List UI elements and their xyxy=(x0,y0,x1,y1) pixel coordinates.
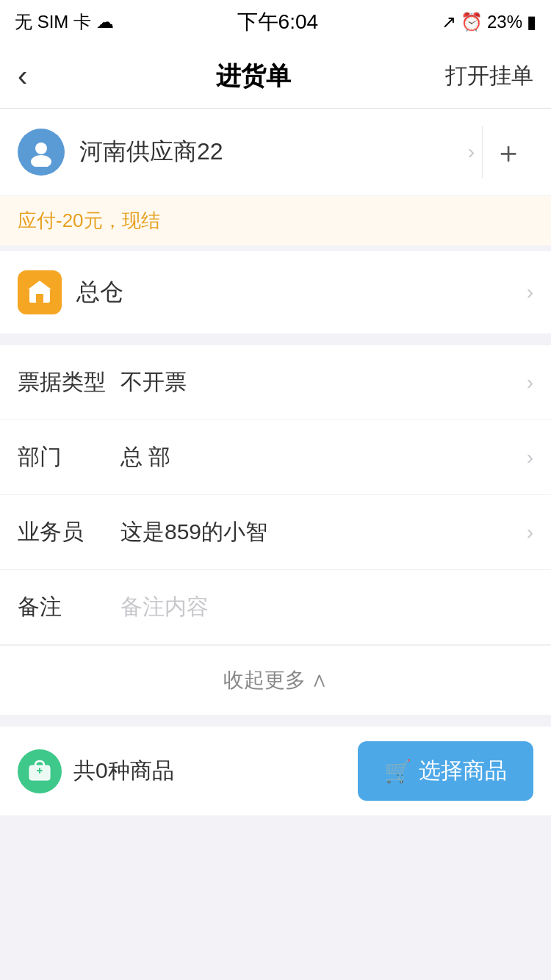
bottom-bar: 共0种商品 🛒 选择商品 xyxy=(0,727,551,815)
invoice-type-value: 不开票 xyxy=(120,367,519,397)
form-section: 票据类型 不开票 › 部门 总 部 › 业务员 这是859的小智 › 备注 备注… xyxy=(0,345,551,715)
department-value: 总 部 xyxy=(120,442,519,472)
svg-marker-3 xyxy=(28,281,51,289)
warehouse-chevron-icon: › xyxy=(527,281,533,304)
status-time: 下午6:04 xyxy=(237,8,319,36)
status-right: ↗ ⏰ 23% ▮ xyxy=(442,12,536,32)
product-icon xyxy=(18,749,62,793)
department-chevron-icon: › xyxy=(527,446,533,469)
department-label: 部门 xyxy=(18,442,120,472)
supplier-section: 河南供应商22 › ＋ 应付-20元，现结 xyxy=(0,109,551,245)
salesperson-label: 业务员 xyxy=(18,517,120,547)
select-product-label: 选择商品 xyxy=(419,756,507,786)
department-row[interactable]: 部门 总 部 › xyxy=(0,420,551,495)
svg-point-0 xyxy=(35,143,47,154)
status-left: 无 SIM 卡 ☁ xyxy=(15,10,114,34)
salesperson-row[interactable]: 业务员 这是859的小智 › xyxy=(0,495,551,570)
warehouse-row[interactable]: 总仓 › xyxy=(0,245,551,334)
supplier-avatar xyxy=(18,129,65,176)
remark-row[interactable]: 备注 备注内容 xyxy=(0,570,551,645)
invoice-type-chevron-icon: › xyxy=(527,371,533,394)
select-product-button[interactable]: 🛒 选择商品 xyxy=(358,741,533,801)
svg-rect-4 xyxy=(36,294,43,303)
sim-signal: 无 SIM 卡 ☁ xyxy=(15,10,114,34)
warehouse-name: 总仓 xyxy=(76,276,519,309)
supplier-chevron-icon: › xyxy=(468,140,475,164)
supplier-name: 河南供应商22 xyxy=(79,136,461,168)
invoice-type-label: 票据类型 xyxy=(18,367,120,397)
svg-point-1 xyxy=(31,155,51,167)
battery-text: 23% xyxy=(487,12,522,32)
supplier-row[interactable]: 河南供应商22 › ＋ xyxy=(0,109,551,196)
product-count: 共0种商品 xyxy=(73,756,358,786)
gray-fill-area xyxy=(0,815,551,980)
notice-banner: 应付-20元，现结 xyxy=(0,196,551,245)
remark-value[interactable]: 备注内容 xyxy=(120,592,533,622)
salesperson-chevron-icon: › xyxy=(527,521,533,544)
warehouse-icon xyxy=(18,270,62,314)
remark-label: 备注 xyxy=(18,592,120,622)
invoice-type-row[interactable]: 票据类型 不开票 › xyxy=(0,345,551,420)
salesperson-value: 这是859的小智 xyxy=(120,517,519,547)
location-icon: ↗ xyxy=(442,12,456,32)
open-pending-button[interactable]: 打开挂单 xyxy=(445,61,533,91)
page-title: 进货单 xyxy=(216,60,291,93)
battery-icon: ▮ xyxy=(527,12,536,32)
back-button[interactable]: ‹ xyxy=(18,60,62,93)
alarm-icon: ⏰ xyxy=(461,12,483,32)
add-supplier-button[interactable]: ＋ xyxy=(482,126,533,178)
select-product-icon: 🛒 xyxy=(384,758,411,784)
collapse-button[interactable]: 收起更多 ∧ xyxy=(0,645,551,715)
nav-bar: ‹ 进货单 打开挂单 xyxy=(0,44,551,109)
svg-rect-8 xyxy=(39,768,40,774)
status-bar: 无 SIM 卡 ☁ 下午6:04 ↗ ⏰ 23% ▮ xyxy=(0,0,551,44)
